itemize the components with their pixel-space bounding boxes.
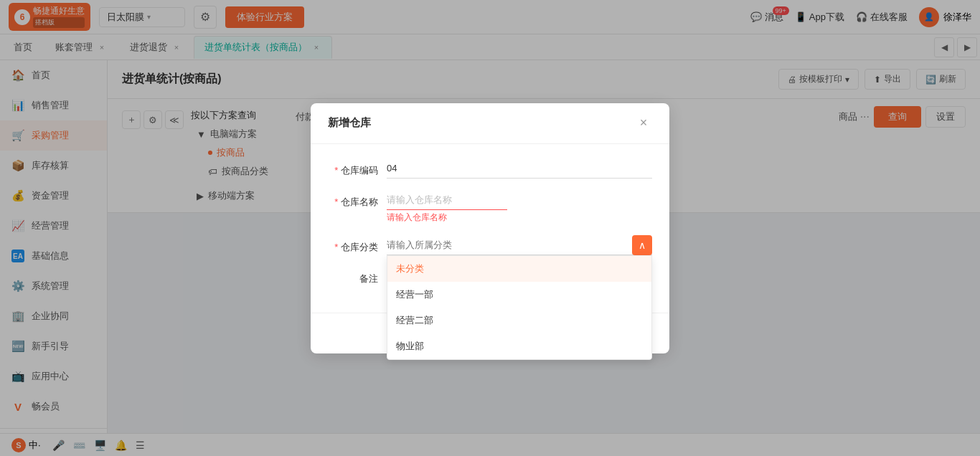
modal-close-btn[interactable]: × — [635, 115, 652, 132]
name-field-wrap: 请输入仓库名称 — [387, 190, 507, 224]
category-label: 仓库分类 — [328, 235, 378, 254]
modal-body: 仓库编码 仓库名称 请输入仓库名称 仓库分类 ∧ — [311, 144, 669, 313]
form-row-code: 仓库编码 — [328, 158, 652, 179]
new-warehouse-modal: 新增仓库 × 仓库编码 仓库名称 请输入仓库名称 — [311, 103, 669, 353]
category-dropdown: ∧ 未分类 经营一部 经营二部 物业部 — [387, 235, 652, 255]
modal-overlay: 新增仓库 × 仓库编码 仓库名称 请输入仓库名称 — [0, 0, 980, 456]
modal-title: 新增仓库 — [328, 116, 371, 130]
form-row-category: 仓库分类 ∧ 未分类 经营一部 经营二部 物业部 — [328, 235, 652, 255]
name-label: 仓库名称 — [328, 190, 378, 209]
code-input[interactable] — [387, 158, 652, 179]
name-error-msg: 请输入仓库名称 — [387, 212, 507, 224]
modal-header: 新增仓库 × — [311, 103, 669, 144]
category-option-ops1[interactable]: 经营一部 — [387, 282, 651, 308]
category-option-ops2[interactable]: 经营二部 — [387, 308, 651, 333]
category-dropdown-list: 未分类 经营一部 经营二部 物业部 — [387, 255, 652, 360]
category-input[interactable] — [387, 235, 652, 255]
form-row-name: 仓库名称 请输入仓库名称 — [328, 190, 652, 224]
category-option-uncategorized[interactable]: 未分类 — [387, 256, 651, 282]
dropdown-toggle-btn[interactable]: ∧ — [632, 235, 652, 255]
name-input[interactable] — [387, 190, 507, 210]
category-option-property[interactable]: 物业部 — [387, 333, 651, 359]
notes-label: 备注 — [328, 267, 378, 285]
code-label: 仓库编码 — [328, 158, 378, 177]
